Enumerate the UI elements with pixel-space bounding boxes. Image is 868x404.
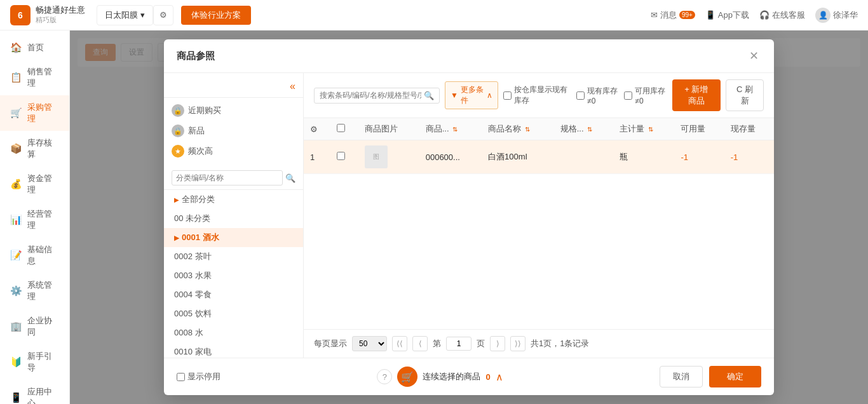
classify-0001[interactable]: ▶ 0001 酒水	[164, 228, 303, 247]
cell-stock: -1	[724, 140, 774, 174]
sidebar-item-system[interactable]: ⚙️ 系统管理	[0, 273, 69, 309]
classify-search-icon[interactable]: 🔍	[285, 173, 295, 183]
row-checkbox[interactable]	[337, 152, 345, 160]
cell-checkbox[interactable]	[330, 140, 358, 174]
cell-image: 图	[358, 140, 419, 174]
exp-btn[interactable]: 体验行业方案	[181, 6, 251, 25]
classify-0005[interactable]: 0005 饮料	[164, 304, 303, 323]
new-product-btn[interactable]: + 新增商品	[672, 79, 721, 111]
product-img-inner: 图	[365, 145, 388, 168]
online-service-btn[interactable]: 🎧 在线客服	[759, 10, 805, 21]
sidebar-label-system: 系统管理	[27, 279, 59, 302]
logo-sub: 精巧版	[36, 15, 85, 25]
col-unit[interactable]: 主计量 ⇅	[613, 118, 674, 140]
col-name[interactable]: 商品名称 ⇅	[482, 118, 554, 140]
sidebar-item-purchase[interactable]: 🛒 采购管理	[0, 95, 69, 131]
classify-0002[interactable]: 0002 茶叶	[164, 247, 303, 266]
collapse-btn[interactable]: ∧	[496, 371, 503, 383]
sidebar-item-basic[interactable]: 📝 基础信息	[0, 238, 69, 273]
settings-icon[interactable]: ⚙	[153, 5, 173, 25]
modal-close-button[interactable]: ✕	[746, 48, 761, 64]
check-by-warehouse[interactable]: 按仓库显示现有库存	[503, 84, 571, 106]
sidebar-label-finance: 资金管理	[27, 173, 59, 196]
check-available-neq0-input[interactable]	[576, 91, 585, 100]
select-all-checkbox[interactable]	[337, 124, 345, 132]
help-btn[interactable]: ?	[377, 369, 392, 384]
sidebar-label-apps: 应用中心	[27, 386, 59, 404]
classify-all[interactable]: ▶ 全部分类	[164, 190, 303, 209]
sidebar-label-home: 首页	[27, 42, 44, 53]
total-label: 共1页，1条记录	[531, 338, 589, 349]
classify-0004[interactable]: 0004 零食	[164, 285, 303, 304]
classify-0005-label: 0005 饮料	[174, 308, 212, 320]
quick-filter-recent[interactable]: 🔒 近期购买	[164, 100, 303, 121]
sidebar: 🏠 首页 📋 销售管理 🛒 采购管理 📦 库存核算 💰 资金管理 📊 经营管理 …	[0, 30, 70, 404]
sidebar-item-sales[interactable]: 📋 销售管理	[0, 60, 69, 95]
cancel-btn[interactable]: 取消	[660, 366, 703, 387]
inventory-icon: 📦	[10, 143, 22, 154]
per-page-select[interactable]: 50 10 20 100	[352, 336, 387, 351]
sidebar-item-operation[interactable]: 📊 经营管理	[0, 202, 69, 238]
refresh-btn[interactable]: C 刷新	[726, 79, 764, 111]
col-code[interactable]: 商品... ⇅	[419, 118, 482, 140]
page-label: 第	[433, 338, 441, 349]
check-available-neq0[interactable]: 现有库存≠0	[576, 86, 619, 105]
check-usable-neq0-input[interactable]	[624, 91, 632, 100]
star-icon: ★	[172, 145, 184, 158]
online-service-label: 在线客服	[772, 10, 805, 21]
confirm-btn[interactable]: 确定	[709, 366, 761, 387]
quick-filter-recent-label: 近期购买	[188, 105, 221, 116]
avatar-icon: 👤	[815, 8, 831, 23]
col-spec[interactable]: 规格... ⇅	[554, 118, 613, 140]
sidebar-item-home[interactable]: 🏠 首页	[0, 36, 69, 60]
next-page-btn[interactable]: ⟩	[490, 336, 505, 351]
show-disabled-input[interactable]	[177, 373, 185, 381]
classify-0010[interactable]: 0010 家电	[164, 342, 303, 358]
prev-page-btn[interactable]: ⟨	[412, 336, 428, 351]
sort-icon-unit: ⇅	[648, 126, 653, 133]
page-num-input[interactable]	[446, 337, 471, 351]
classify-0003[interactable]: 0003 水果	[164, 266, 303, 285]
search-icon[interactable]: 🔍	[424, 91, 434, 100]
last-page-btn[interactable]: ⟩⟩	[510, 336, 526, 351]
quick-filter-new[interactable]: 🔒 新品	[164, 121, 303, 141]
first-page-btn[interactable]: ⟨⟨	[392, 336, 407, 351]
check-by-warehouse-input[interactable]	[503, 91, 512, 100]
message-badge: 99+	[679, 11, 695, 19]
modal-toolbar: 🔍 ▼ 更多条件 ∧ 按仓库显示现有库存	[304, 73, 774, 118]
modal-left-top: «	[164, 78, 303, 98]
classify-0010-label: 0010 家电	[174, 346, 212, 358]
classify-0003-label: 0003 水果	[174, 270, 212, 281]
classify-search-area: 🔍	[164, 166, 303, 190]
app-download-btn[interactable]: 📱 App下载	[705, 10, 749, 21]
classify-0008[interactable]: 0008 水	[164, 323, 303, 342]
col-stock: 现存量	[724, 118, 774, 140]
user-menu[interactable]: 👤 徐泽华	[815, 8, 858, 23]
sidebar-label-purchase: 采购管理	[27, 102, 59, 125]
sidebar-item-inventory[interactable]: 📦 库存核算	[0, 131, 69, 166]
quick-filter-frequent[interactable]: ★ 频次高	[164, 141, 303, 161]
classify-search-input[interactable]	[172, 170, 283, 185]
table-row[interactable]: 1 图 000600... 白酒100ml	[304, 140, 774, 174]
pagination-area: 每页显示 50 10 20 100 ⟨⟨ ⟨ 第 页	[304, 329, 774, 358]
sidebar-label-inventory: 库存核算	[27, 137, 59, 160]
sidebar-item-enterprise[interactable]: 🏢 企业协同	[0, 309, 69, 344]
toolbar-right: + 新增商品 C 刷新	[672, 79, 764, 111]
classify-all-label: 全部分类	[182, 194, 215, 205]
check-usable-neq0[interactable]: 可用库存≠0	[624, 86, 667, 105]
col-settings[interactable]: ⚙	[304, 118, 330, 140]
sidebar-item-apps[interactable]: 📱 应用中心	[0, 380, 69, 404]
classify-00[interactable]: 00 未分类	[164, 209, 303, 228]
guide-icon: 🔰	[10, 356, 22, 368]
sidebar-item-guide[interactable]: 🔰 新手引导	[0, 344, 69, 380]
store-select[interactable]: 日太阳膜 ▾	[97, 5, 153, 25]
cart-icon-btn[interactable]: 🛒	[397, 367, 417, 387]
headset-icon: 🎧	[759, 10, 770, 20]
sidebar-item-finance[interactable]: 💰 资金管理	[0, 166, 69, 202]
collapse-left-btn[interactable]: «	[290, 81, 295, 92]
col-available: 可用量	[674, 118, 724, 140]
show-disabled-check[interactable]: 显示停用	[177, 371, 220, 382]
message-btn[interactable]: ✉ 消息 99+	[651, 10, 695, 21]
more-filter-btn[interactable]: ▼ 更多条件 ∧	[445, 81, 498, 109]
product-search-input[interactable]	[320, 91, 421, 100]
